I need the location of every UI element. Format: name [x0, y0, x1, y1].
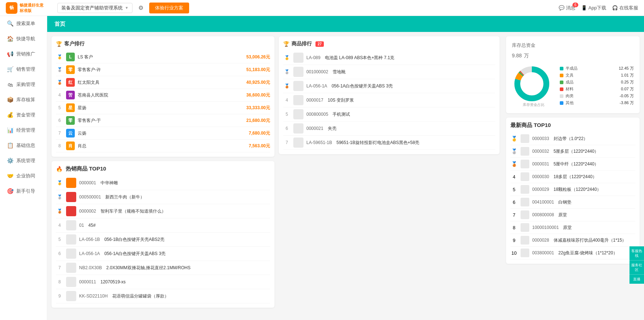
settings-button[interactable]: ⚙ — [135, 3, 146, 13]
fire-icon: 🔥 — [56, 166, 63, 172]
product-image — [66, 277, 76, 287]
list-item: 9 0000028 体减嘉枝味苏打饮品400毫升（1*15） — [510, 234, 635, 247]
message-button[interactable]: 💬 消息 6 — [559, 5, 575, 11]
list-item: 6 0000021 夹壳 — [283, 122, 495, 136]
phone-icon: 📱 — [581, 5, 587, 11]
clipboard-icon: 📋 — [7, 142, 13, 149]
product-rank-title: 🏆 商品排行 27 — [283, 41, 495, 47]
product-image — [521, 198, 529, 206]
avatar: L — [66, 53, 75, 61]
product-image — [521, 236, 529, 245]
page-title: 首页 — [54, 21, 65, 28]
logo: 畅 畅捷通好生意 标准版 — [6, 2, 53, 14]
customer-service-button[interactable]: 客服热线 — [629, 246, 644, 260]
sidebar-item-guide[interactable]: 🎯 新手引导 — [0, 184, 47, 199]
list-item: 🥇 0000033 封边带（1.0*22） — [510, 132, 635, 145]
chevron-down-icon: ▼ — [125, 6, 129, 10]
service-community-button[interactable]: 服务社区 — [629, 260, 644, 275]
sidebar-item-basics[interactable]: 📋 基础信息 — [0, 138, 47, 153]
avatar: 零 — [66, 65, 75, 74]
headset-icon: 🎧 — [612, 5, 618, 11]
page-header: 首页 — [47, 16, 644, 32]
legend-color-dot — [560, 81, 563, 84]
guide-icon: 🎯 — [7, 188, 13, 194]
avatar: 红 — [66, 78, 75, 87]
bag-icon: 🛍 — [7, 81, 13, 88]
sidebar-item-inventory[interactable]: 📦 库存核算 — [0, 92, 47, 107]
list-item: 9 KK-SD22110H 花语萌信温分罐罐袋（厚款） — [56, 289, 270, 303]
legend-color-dot — [560, 101, 563, 105]
product-image — [293, 95, 303, 105]
system-name-display[interactable]: 装备及固定资产辅助管理系统 ▼ — [57, 3, 133, 13]
live-button[interactable]: 直播 — [629, 275, 644, 284]
inventory-legend: 半成品 12.45 万 文具 1.01 万 成品 0.25 万 — [560, 66, 634, 106]
cart-icon: 🛒 — [7, 66, 13, 73]
legend-item: 文具 1.01 万 — [560, 73, 634, 78]
product-image — [66, 263, 76, 273]
product-image — [66, 192, 76, 202]
product-image — [293, 81, 303, 91]
donut-chart: 库存资金占比 — [512, 64, 555, 107]
hot-products-list: 🥇 0000001 中华神雕 🥈 000500001 新西兰牛肉（新牛） 🥉 — [56, 176, 270, 303]
list-item: 5 LA-056-1B 056-1B白色按键开关壳ABS2壳 — [56, 233, 270, 247]
list-item: 🥉 LA-056-1A 056-1A白色按键开关盖ABS 3壳 — [283, 79, 495, 93]
sidebar-item-sales[interactable]: 🛒 销售管理 — [0, 62, 47, 77]
sidebar-item-operations[interactable]: 📊 经营管理 — [0, 123, 47, 138]
list-item: 5 星 星扬 33,333.00元 — [56, 102, 270, 114]
list-item: 🥈 0000032 5厘多层（1220*2440） — [510, 145, 635, 158]
chart-icon: 📊 — [7, 127, 13, 134]
product-image — [66, 249, 76, 259]
new-products-list: 🥇 0000033 封边带（1.0*22） 🥈 0000032 5厘多层（122… — [510, 132, 635, 259]
avatar: 云 — [66, 129, 75, 138]
sidebar-item-search[interactable]: 🔍 搜索菜单 — [0, 16, 47, 31]
trophy-icon-2: 🏆 — [283, 41, 289, 47]
hot-products-card: 🔥 热销商品 TOP10 🥇 0000001 中华神雕 🥈 000500001 — [52, 161, 274, 308]
list-item: 6 004100001 白钢垫 — [510, 196, 635, 209]
legend-color-dot — [560, 87, 563, 91]
sidebar-item-system[interactable]: ⚙️ 系统管理 — [0, 153, 47, 168]
rank-badge: 27 — [315, 41, 324, 47]
money-icon: 💰 — [7, 112, 13, 118]
message-badge: 6 — [572, 3, 578, 7]
sidebar-item-collab[interactable]: 🤝 企业协同 — [0, 168, 47, 184]
avatar: 苦 — [66, 91, 75, 99]
list-item: 4 01 45# — [56, 218, 270, 233]
online-service-button[interactable]: 🎧 在线客服 — [612, 5, 638, 11]
legend-color-dot — [560, 67, 563, 70]
box-icon: 📦 — [7, 97, 13, 103]
product-image — [293, 123, 303, 134]
sidebar-item-quicknav[interactable]: 🏠 快捷导航 — [0, 31, 47, 46]
topbar: 畅 畅捷通好生意 标准版 装备及固定资产辅助管理系统 ▼ ⚙ 体验行业方案 💬 … — [0, 0, 644, 16]
list-item: 7 000800008 原堂 — [510, 209, 635, 221]
product-image — [521, 134, 529, 143]
product-image — [293, 138, 303, 148]
legend-color-dot — [560, 74, 563, 77]
product-image — [521, 147, 529, 156]
product-image — [293, 109, 303, 119]
middle-column: 🏆 商品排行 27 🥇 LA-089 电池盖 LA-089 ABS本色+黑种 7… — [277, 36, 502, 312]
product-image — [521, 160, 529, 168]
list-item: 🥈 000500001 新西兰牛肉（新牛） — [56, 190, 270, 204]
sidebar-item-finance[interactable]: 💰 资金管理 — [0, 107, 47, 123]
product-image — [521, 210, 529, 219]
customer-rank-title: 🏆 客户排行 — [56, 41, 270, 47]
gear-icon: ⚙️ — [7, 157, 13, 164]
list-item: 🥈 001000002 雪地靴 — [283, 65, 495, 79]
app-download-button[interactable]: 📱 App下载 — [581, 5, 606, 11]
right-column: 库存总资金 9.88 万 — [502, 36, 640, 312]
new-products-title: 最新商品 TOP10 — [510, 122, 635, 129]
product-image — [293, 53, 303, 63]
list-item: 7 LA-59651-1B 59651-1B旋转投影灯电池盒ABS黑色+58壳 — [283, 136, 495, 150]
customer-rank-list: 🥇 L LS 客户 53,006.26元 🥈 零 零售客户-许 51,183.0… — [56, 51, 270, 152]
product-image — [66, 291, 76, 301]
customer-rank-card: 🏆 客户排行 🥇 L LS 客户 53,006.26元 🥈 零 零售客户-许 5 — [52, 36, 274, 157]
product-image — [66, 206, 76, 216]
trial-button[interactable]: 体验行业方案 — [149, 3, 189, 13]
sidebar-item-marketing[interactable]: 📢 营销推广 — [0, 46, 47, 62]
sidebar-item-purchase[interactable]: 🛍 采购管理 — [0, 77, 47, 92]
legend-item: 成品 0.25 万 — [560, 79, 634, 85]
legend-item: 半成品 12.45 万 — [560, 66, 634, 71]
product-rank-card: 🏆 商品排行 27 🥇 LA-089 电池盖 LA-089 ABS本色+黑种 7… — [279, 36, 500, 154]
legend-color-dot — [560, 94, 563, 98]
list-item: 4 0000030 18多层（1220*2440） — [510, 171, 635, 183]
